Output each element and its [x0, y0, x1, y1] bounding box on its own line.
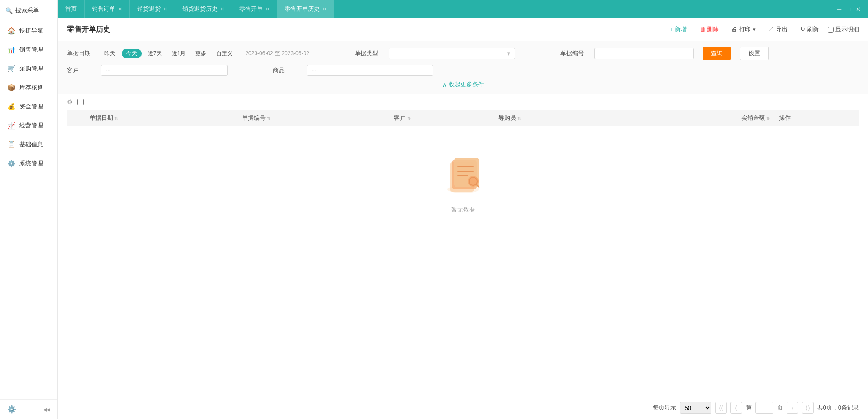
th-label-action: 操作: [779, 114, 791, 121]
first-page-btn[interactable]: ⟨⟨: [715, 402, 727, 414]
add-button[interactable]: + 新增: [666, 24, 690, 35]
settings-icon[interactable]: ⚙️: [7, 405, 16, 414]
query-button[interactable]: 查询: [703, 47, 731, 60]
prev-page-btn[interactable]: ⟨: [730, 402, 742, 414]
date-btn-近1月[interactable]: 近1月: [168, 49, 190, 58]
th-guide[interactable]: 导购员⇅: [494, 110, 622, 126]
print-arrow: ▾: [753, 26, 756, 33]
th-label-amount: 实销金额: [741, 114, 765, 121]
sidebar-search[interactable]: 🔍 搜索采单: [0, 0, 57, 21]
sidebar-item-purchase-mgmt[interactable]: 🛒 采购管理: [0, 59, 57, 78]
nav-icon-inventory: 📦: [7, 84, 16, 92]
window-close[interactable]: ✕: [856, 6, 861, 13]
print-button[interactable]: 🖨 打印 ▾: [728, 24, 759, 35]
date-range: 2023-06-02 至 2023-06-02: [245, 50, 309, 57]
sort-icon-no: ⇅: [267, 116, 270, 121]
filter-date-btns: 昨天今天近7天近1月更多自定义: [101, 49, 236, 58]
nav-icon-sales-mgmt: 📊: [7, 46, 16, 54]
tab-close-sales-order[interactable]: ✕: [118, 6, 122, 12]
show-detail-label: 显示明细: [835, 25, 859, 33]
th-no[interactable]: 单据编号⇅: [237, 110, 390, 126]
tab-close-sales-return-history[interactable]: ✕: [220, 6, 224, 12]
refresh-button[interactable]: ↻ 刷新: [797, 24, 822, 35]
empty-icon: [441, 153, 486, 198]
collapse-label: 收起更多条件: [449, 80, 484, 89]
tab-close-retail-open-history[interactable]: ✕: [323, 6, 327, 12]
customer-input[interactable]: [101, 65, 228, 76]
nav-label-operations: 经营管理: [19, 122, 43, 130]
page-input[interactable]: 1: [755, 402, 773, 414]
nav-label-system: 系统管理: [19, 160, 43, 168]
date-btn-更多[interactable]: 更多: [192, 49, 210, 58]
doc-type-label: 单据类型: [355, 49, 379, 57]
tab-sales-return-history[interactable]: 销货退货历史 ✕: [175, 0, 232, 18]
th-date[interactable]: 单据日期⇅: [85, 110, 237, 126]
nav-icon-finance: 💰: [7, 103, 16, 111]
window-minimize[interactable]: ─: [837, 6, 841, 13]
collapse-bar[interactable]: ∧ 收起更多条件: [67, 80, 859, 89]
date-btn-昨天[interactable]: 昨天: [101, 49, 119, 58]
sidebar-item-basic-info[interactable]: 📋 基础信息: [0, 135, 57, 154]
nav-label-sales-mgmt: 销售管理: [19, 46, 43, 54]
nav-label-quick-nav: 快捷导航: [19, 27, 43, 35]
pagination-summary: 共0页，0条记录: [817, 404, 859, 412]
date-btn-今天[interactable]: 今天: [122, 49, 142, 58]
th-label-no: 单据编号: [242, 114, 266, 121]
sidebar-item-sales-mgmt[interactable]: 📊 销售管理: [0, 40, 57, 59]
per-page-select[interactable]: 102050100: [680, 402, 711, 414]
sidebar-item-finance[interactable]: 💰 资金管理: [0, 97, 57, 116]
nav-label-inventory: 库存核算: [19, 84, 43, 92]
tab-home[interactable]: 首页: [58, 0, 85, 18]
content-area: 零售开单历史 + 新增 🗑 删除 🖨 打印 ▾ ↗ 导出 ↻ 刷新 显示明细 单…: [58, 18, 868, 419]
page-label: 页: [777, 404, 783, 412]
sort-icon-guide: ⇅: [517, 116, 521, 121]
delete-button[interactable]: 🗑 删除: [696, 24, 723, 35]
settings-button[interactable]: 设置: [740, 47, 769, 60]
doc-type-select[interactable]: ▾: [389, 48, 515, 59]
tab-sales-return[interactable]: 销货退货 ✕: [130, 0, 175, 18]
filter-row-1: 单据日期 昨天今天近7天近1月更多自定义 2023-06-02 至 2023-0…: [67, 47, 859, 60]
chevron-up-icon: ∧: [442, 81, 447, 88]
table-head: 单据日期⇅单据编号⇅客户⇅导购员⇅实销金额⇅操作: [67, 110, 859, 126]
next-page-btn[interactable]: ⟩: [787, 402, 798, 414]
nav-icon-quick-nav: 🏠: [7, 27, 16, 35]
collapse-icon[interactable]: ◂◂: [43, 405, 50, 414]
sidebar-item-system[interactable]: ⚙️ 系统管理: [0, 154, 57, 173]
sidebar-item-quick-nav[interactable]: 🏠 快捷导航: [0, 21, 57, 40]
th-label-customer: 客户: [394, 114, 406, 121]
th-action: 操作: [774, 110, 859, 126]
table-toolbar: ⚙: [67, 94, 859, 110]
sidebar-item-operations[interactable]: 📈 经营管理: [0, 116, 57, 135]
export-button[interactable]: ↗ 导出: [765, 24, 792, 35]
tab-close-sales-return[interactable]: ✕: [163, 6, 167, 12]
toolbar: + 新增 🗑 删除 🖨 打印 ▾ ↗ 导出 ↻ 刷新 显示明细: [666, 24, 859, 35]
table-area: ⚙ 单据日期⇅单据编号⇅客户⇅导购员⇅实销金额⇅操作: [58, 94, 868, 396]
goods-input[interactable]: [307, 65, 433, 76]
th-amount[interactable]: 实销金额⇅: [622, 110, 775, 126]
select-all-checkbox[interactable]: [77, 99, 84, 105]
th-customer[interactable]: 客户⇅: [389, 110, 494, 126]
last-page-btn[interactable]: ⟩⟩: [802, 402, 814, 414]
goods-label: 商品: [273, 66, 298, 75]
tab-close-retail-open[interactable]: ✕: [266, 6, 270, 12]
tab-label-home: 首页: [65, 5, 77, 13]
customer-label: 客户: [67, 66, 92, 75]
tab-bar-right: ─ □ ✕: [837, 6, 868, 13]
show-detail-toggle[interactable]: 显示明细: [828, 25, 859, 33]
print-label: 🖨 打印: [731, 25, 751, 33]
filter-row-2: 客户 商品: [67, 65, 859, 76]
table-settings-icon[interactable]: ⚙: [67, 98, 73, 106]
doc-no-input[interactable]: [594, 48, 694, 59]
window-maximize[interactable]: □: [847, 6, 850, 13]
page-title: 零售开单历史: [67, 25, 110, 34]
tab-retail-open-history[interactable]: 零售开单历史 ✕: [277, 0, 334, 18]
empty-state: 暂无数据: [67, 126, 859, 241]
show-detail-checkbox[interactable]: [828, 27, 834, 33]
date-btn-自定义[interactable]: 自定义: [213, 49, 236, 58]
pagination: 每页显示 102050100 ⟨⟨ ⟨ 第 1 页 ⟩ ⟩⟩ 共0页，0条记录: [58, 396, 868, 419]
date-btn-近7天[interactable]: 近7天: [144, 49, 166, 58]
tab-sales-order[interactable]: 销售订单 ✕: [85, 0, 130, 18]
sidebar-item-inventory[interactable]: 📦 库存核算: [0, 78, 57, 97]
tab-retail-open[interactable]: 零售开单 ✕: [232, 0, 277, 18]
main-area: 首页销售订单 ✕销货退货 ✕销货退货历史 ✕零售开单 ✕零售开单历史 ✕ ─ □…: [58, 0, 868, 419]
